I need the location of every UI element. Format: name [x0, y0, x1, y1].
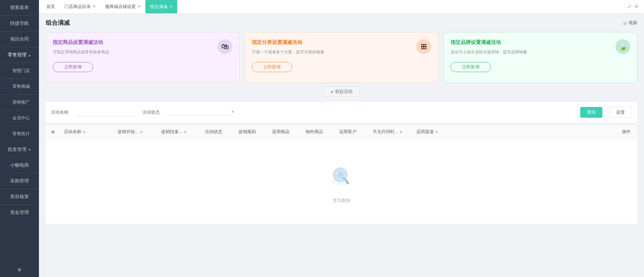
- th-name[interactable]: 活动名称 ⇅: [60, 129, 114, 135]
- cards-area: 指定商品设置满减活动 🛍 可指定滞销商品或库存较多商品 立即新增 指定分类设置满…: [46, 32, 637, 82]
- product-card-icon: 🛍: [218, 39, 232, 54]
- th-status: 活动状态: [201, 129, 235, 135]
- query-button[interactable]: 查询: [580, 107, 602, 118]
- brand-card-btn[interactable]: 立即新增: [451, 62, 491, 72]
- activity-status-select[interactable]: ▾: [167, 109, 234, 116]
- sidebar-item-retail-mall[interactable]: 零售商城: [0, 79, 39, 95]
- sidebar-settings[interactable]: ⚙: [0, 263, 39, 277]
- svg-point-3: [337, 171, 343, 178]
- product-card-desc: 可指定滞销商品或库存较多商品: [53, 49, 232, 55]
- th-customer: 适用客户: [336, 129, 369, 135]
- activity-name-label: 活动名称: [51, 109, 68, 115]
- category-card-btn[interactable]: 立即新增: [252, 62, 292, 72]
- th-gear[interactable]: ⚙: [46, 129, 60, 134]
- tab-home[interactable]: 首页: [42, 0, 60, 13]
- chevron-down-icon: ▾: [232, 109, 234, 114]
- tab-close-store-catalog[interactable]: ✕: [93, 4, 96, 9]
- empty-state: 暂无数据: [46, 138, 637, 224]
- empty-text: 暂无数据: [333, 198, 350, 204]
- sidebar-item-wholesale-mgmt[interactable]: 批发管理: [0, 142, 39, 158]
- sidebar-item-quick-nav[interactable]: 快捷导航: [0, 16, 39, 32]
- sidebar-search[interactable]: 搜索菜单: [0, 0, 39, 16]
- page-title: 组合满减: [46, 19, 70, 27]
- th-channel[interactable]: 适用渠道 ⇅: [413, 129, 447, 135]
- sidebar-item-retail-mgmt[interactable]: 零售管理: [0, 47, 39, 63]
- table-header: ⚙ 活动名称 ⇅ 促销开始... ⇅ 促销结束... ⇅ 活动状态: [46, 125, 637, 138]
- svg-point-5: [336, 172, 338, 174]
- video-link[interactable]: ▷ 视频: [624, 20, 637, 26]
- brand-promo-card: 指定品牌设置满减活动 🍃 适合与上游企业联合做营销，提升品牌销量 立即新增: [444, 32, 637, 82]
- page-content: 组合满减 ▷ 视频 指定商品设置满减活动 🛍 可指定滞销商品或库存较多商品 立即…: [39, 13, 644, 277]
- th-end[interactable]: 促销结束... ⇅: [158, 129, 201, 135]
- category-promo-card: 指定分类设置满减活动 ⊞ 可选一个或者多个分类，提升分类的销量 立即新增: [245, 32, 439, 82]
- activity-name-input[interactable]: [75, 108, 136, 116]
- sidebar-item-project-contract[interactable]: 项目合同: [0, 32, 39, 47]
- tab-close-combo-discount[interactable]: ✕: [170, 4, 173, 9]
- play-icon: ▷: [624, 20, 627, 25]
- th-rule: 促销规则: [235, 129, 269, 135]
- close-btn[interactable]: ✕: [634, 3, 639, 10]
- tab-wechat-store[interactable]: 微商城店铺设置 ✕: [100, 0, 145, 13]
- sidebar-item-xiaochang[interactable]: 小畅电商: [0, 158, 39, 173]
- sidebar-item-member-center[interactable]: 会员中心: [0, 110, 39, 126]
- maximize-btn[interactable]: ⤢: [627, 3, 632, 10]
- brand-card-title: 指定品牌设置满减活动: [451, 39, 630, 46]
- sidebar-item-purchase-mgmt[interactable]: 采购管理: [0, 173, 39, 189]
- th-op: 操作: [447, 129, 637, 135]
- tab-store-catalog[interactable]: 门店商品目录 ✕: [60, 0, 100, 13]
- category-card-desc: 可选一个或者多个分类，提升分类的销量: [252, 49, 431, 55]
- collapse-bar: ∧ 收起活动: [46, 87, 637, 97]
- data-table: ⚙ 活动名称 ⇅ 促销开始... ⇅ 促销结束... ⇅ 活动状态: [46, 125, 637, 224]
- gear-icon: ⚙: [51, 129, 55, 134]
- empty-illustration: [325, 159, 358, 192]
- page-header: 组合满减 ▷ 视频: [46, 19, 637, 27]
- collapse-btn[interactable]: ∧ 收起活动: [323, 87, 360, 97]
- sort-icon-channel: ⇅: [435, 130, 438, 134]
- chevron-up-icon: ∧: [330, 89, 334, 94]
- category-card-title: 指定分类设置满减活动: [252, 39, 431, 46]
- sidebar-item-smart-store[interactable]: 智慧门店: [0, 63, 39, 79]
- sidebar-item-retail-stats[interactable]: 零售统计: [0, 126, 39, 142]
- sidebar-item-marketing[interactable]: 营销推广: [0, 95, 39, 110]
- tab-close-wechat-store[interactable]: ✕: [138, 4, 141, 9]
- sidebar: 搜索菜单 快捷导航 项目合同 零售管理 智慧门店 零售商城 营销推广 会员中心 …: [0, 0, 39, 277]
- sort-icon-notallow: ⇅: [400, 130, 402, 134]
- sidebar-item-fund-mgmt[interactable]: 资金管理: [0, 205, 39, 221]
- th-except: 例外商品: [302, 129, 336, 135]
- window-controls: ⤢ ✕: [625, 3, 641, 10]
- filter-row: 活动名称 活动状态 ▾ 查询 设置: [46, 102, 637, 123]
- th-start[interactable]: 促销开始... ⇅: [114, 129, 158, 135]
- product-card-btn[interactable]: 立即新增: [53, 62, 93, 72]
- th-notallow[interactable]: 不允许同时... ⇅: [369, 129, 413, 135]
- tab-bar: 首页 门店商品目录 ✕ 微商城店铺设置 ✕ 组合满减 ✕ ⤢ ✕: [39, 0, 644, 13]
- activity-status-label: 活动状态: [142, 109, 160, 115]
- product-card-title: 指定商品设置满减活动: [53, 39, 232, 46]
- sidebar-item-stock-calc[interactable]: 库存核算: [0, 189, 39, 205]
- brand-card-desc: 适合与上游企业联合做营销，提升品牌销量: [451, 49, 630, 55]
- th-goods: 适用商品: [269, 129, 302, 135]
- brand-card-icon: 🍃: [615, 39, 630, 54]
- setting-button[interactable]: 设置: [609, 107, 632, 118]
- sort-icon-start: ⇅: [140, 130, 143, 134]
- main-area: 首页 门店商品目录 ✕ 微商城店铺设置 ✕ 组合满减 ✕ ⤢ ✕ 组合满减 ▷ …: [39, 0, 644, 277]
- sort-icon-name: ⇅: [83, 130, 85, 134]
- tab-combo-discount[interactable]: 组合满减 ✕: [145, 0, 177, 13]
- product-promo-card: 指定商品设置满减活动 🛍 可指定滞销商品或库存较多商品 立即新增: [46, 32, 239, 82]
- sort-icon-end: ⇅: [184, 130, 186, 134]
